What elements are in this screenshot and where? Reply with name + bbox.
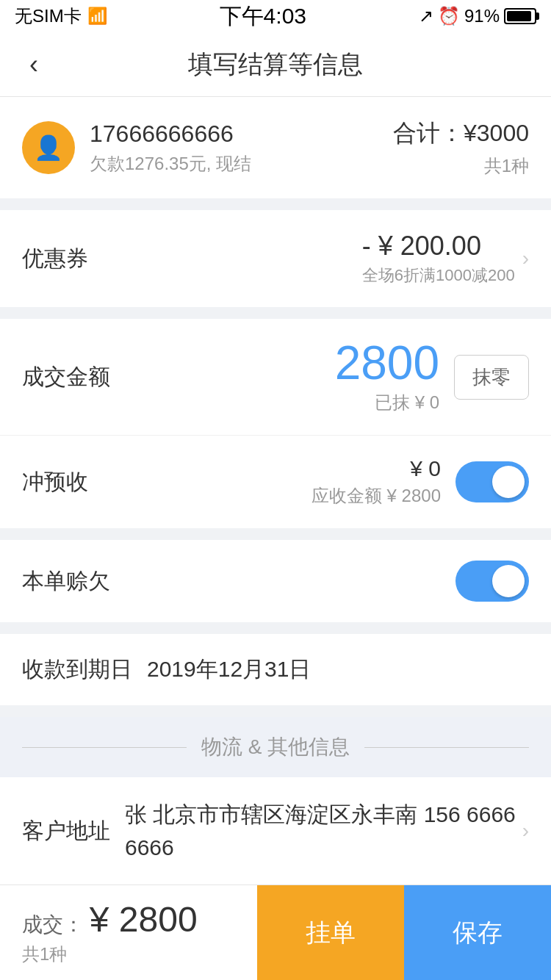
address-value: 张 北京市市辖区海淀区永丰南 156 6666 6666 — [125, 798, 522, 864]
arrears-label: 本单赊欠 — [22, 566, 110, 597]
coupon-label: 优惠券 — [22, 244, 88, 274]
address-row[interactable]: 客户地址 张 北京市市辖区海淀区永丰南 156 6666 6666 › — [0, 777, 551, 884]
transaction-label: 成交金额 — [22, 362, 110, 392]
bottom-bar: 成交： ¥ 2800 共1种 挂单 保存 — [0, 884, 551, 980]
logistics-line-left — [22, 747, 187, 748]
bottom-deal-row: 成交： ¥ 2800 — [22, 899, 235, 940]
prereceive-right: ¥ 0 应收金额 ¥ 2800 — [311, 456, 529, 508]
logistics-line-right — [364, 747, 529, 748]
battery-icon — [504, 8, 536, 24]
duedate-label: 收款到期日 — [22, 655, 132, 685]
customer-card: 👤 17666666666 欠款1276.35元, 现结 合计：¥3000 共1… — [0, 97, 551, 198]
coupon-right: - ¥ 200.00 全场6折满1000减200 › — [362, 231, 529, 287]
battery-text: 91% — [464, 6, 500, 26]
customer-debt: 欠款1276.35元, 现结 — [90, 152, 251, 176]
round-zero-button[interactable]: 抹零 — [454, 355, 529, 400]
customer-phone: 17666666666 — [90, 120, 251, 148]
coupon-discount: - ¥ 200.00 — [362, 231, 515, 262]
status-bar: 无SIM卡 📶 下午4:03 ↗ ⏰ 91% — [0, 0, 551, 32]
customer-left: 👤 17666666666 欠款1276.35元, 现结 — [22, 120, 251, 176]
avatar: 👤 — [22, 121, 75, 174]
prereceive-sub: 应收金额 ¥ 2800 — [311, 484, 441, 508]
wifi-icon: 📶 — [87, 7, 107, 26]
content-area: 👤 17666666666 欠款1276.35元, 现结 合计：¥3000 共1… — [0, 97, 551, 980]
duedate-row: 收款到期日 2019年12月31日 — [0, 634, 551, 705]
prereceive-value: ¥ 0 — [311, 456, 441, 481]
duedate-value: 2019年12月31日 — [147, 655, 311, 685]
chevron-right-icon: › — [522, 247, 529, 270]
location-icon: ↗ — [419, 6, 433, 26]
page-title: 填写结算等信息 — [188, 48, 363, 82]
prereceive-amount: ¥ 0 应收金额 ¥ 2800 — [311, 456, 441, 508]
prereceive-row: 冲预收 ¥ 0 应收金额 ¥ 2800 — [0, 436, 551, 528]
customer-right: 合计：¥3000 共1种 — [393, 118, 529, 178]
bottom-deal-label: 成交： — [22, 913, 84, 936]
amount-row: 成交金额 2800 已抹 ¥ 0 抹零 — [0, 319, 551, 436]
logistics-header: 物流 & 其他信息 — [0, 717, 551, 777]
total-amount: 合计：¥3000 — [393, 118, 529, 150]
arrears-toggle[interactable] — [455, 561, 529, 602]
back-button[interactable]: ‹ — [22, 42, 46, 87]
carrier-text: 无SIM卡 — [15, 4, 82, 28]
coupon-row[interactable]: 优惠券 - ¥ 200.00 全场6折满1000减200 › — [0, 210, 551, 307]
save-button[interactable]: 保存 — [404, 885, 551, 980]
nav-bar: ‹ 填写结算等信息 — [0, 32, 551, 97]
bottom-buttons: 挂单 保存 — [257, 885, 551, 980]
bottom-summary: 成交： ¥ 2800 共1种 — [0, 899, 257, 966]
address-chevron-icon: › — [522, 819, 529, 843]
customer-info: 17666666666 欠款1276.35元, 现结 — [90, 120, 251, 176]
transaction-amount: 2800 — [335, 339, 439, 386]
bottom-amount: ¥ 2800 — [90, 900, 198, 939]
amount-right: 2800 已抹 ¥ 0 抹零 — [335, 339, 529, 414]
prereceive-toggle[interactable] — [455, 461, 529, 502]
bottom-count: 共1种 — [22, 943, 235, 966]
time-display: 下午4:03 — [220, 1, 306, 32]
status-left: 无SIM卡 📶 — [15, 4, 107, 28]
prereceive-label: 冲预收 — [22, 467, 88, 497]
coupon-desc: 全场6折满1000减200 — [362, 264, 515, 287]
avatar-icon: 👤 — [34, 134, 63, 162]
arrears-row: 本单赊欠 — [0, 540, 551, 622]
status-right: ↗ ⏰ 91% — [419, 6, 536, 26]
logistics-title: 物流 & 其他信息 — [201, 733, 350, 761]
amount-sub: 已抹 ¥ 0 — [335, 391, 439, 414]
alarm-icon: ⏰ — [438, 6, 460, 26]
total-count: 共1种 — [393, 154, 529, 178]
hang-order-button[interactable]: 挂单 — [257, 885, 404, 980]
transaction-section: 成交金额 2800 已抹 ¥ 0 抹零 冲预收 ¥ 0 应收金额 ¥ 2800 — [0, 319, 551, 528]
address-label: 客户地址 — [22, 816, 110, 846]
